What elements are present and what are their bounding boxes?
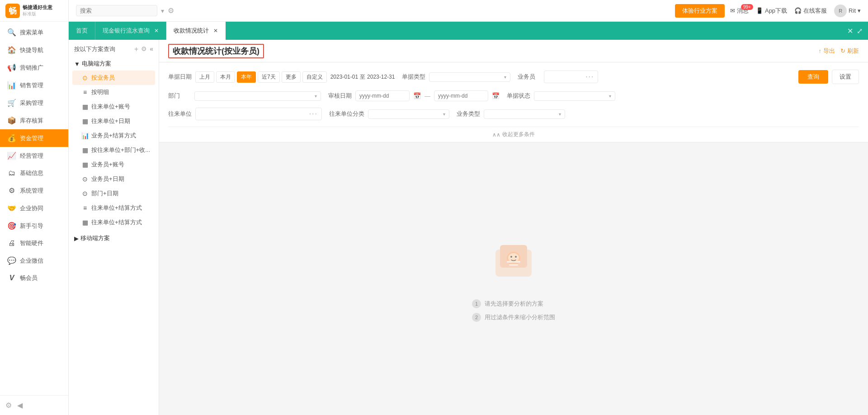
sidebar-item-quick-nav[interactable]: 🏠 快捷导航: [0, 41, 68, 59]
counterpart-select[interactable]: ···: [195, 108, 322, 120]
collapse-more-icon: ∧∧: [492, 132, 500, 138]
date-range: 2023-01-01 至 2023-12-31: [330, 73, 395, 81]
date-btn-custom[interactable]: 自定义: [302, 71, 327, 83]
sidebar-item-search-menu[interactable]: 🔍 搜索菜单: [0, 24, 68, 41]
topbar-chevron-icon[interactable]: ▾: [161, 7, 164, 14]
sidebar: 畅 畅捷通好生意 标准版 🔍 搜索菜单 🏠 快捷导航 📢 营销推广 📊 销售管理…: [0, 0, 69, 415]
review-date-start[interactable]: [355, 90, 410, 101]
filter-salesperson: 业务员 ···: [518, 71, 598, 83]
scheme-partner-date[interactable]: ▦ 往来单位+日期: [72, 114, 155, 128]
salesperson-dots-icon[interactable]: ···: [585, 73, 594, 81]
filter-area: 单据日期 上月 本月 本年 近7天 更多 自定义 2023-01-01 至: [159, 62, 868, 142]
salesperson-account-icon: ▦: [81, 161, 89, 168]
sidebar-item-hardware[interactable]: 🖨 智能硬件: [0, 235, 68, 252]
sales-icon: 📊: [7, 81, 16, 90]
mobile-scheme-group: ▶ 移动端方案: [69, 231, 159, 245]
calendar-start-icon[interactable]: 📅: [413, 92, 421, 99]
sidebar-item-cooperation[interactable]: 🤝 企业协同: [0, 199, 68, 217]
left-panel-collapse-icon[interactable]: «: [150, 45, 153, 53]
desktop-group-toggle[interactable]: ▼ 电脑端方案: [72, 57, 155, 71]
operation-icon: 📈: [7, 151, 16, 160]
filter-row-3: 往来单位 ··· 往来单位分类 ▾ 业务类型: [168, 108, 859, 120]
left-panel: 按以下方案查询 + ⚙ « ▼ 电脑端方案 ⊙ 按业务员 ≡ 按: [69, 40, 159, 415]
trial-btn[interactable]: 体验行业方案: [675, 4, 725, 18]
left-panel-settings-icon[interactable]: ⚙: [141, 45, 147, 53]
counterpart-dots-icon[interactable]: ···: [309, 110, 318, 118]
topbar-msg[interactable]: ✉ 消息 99+: [730, 7, 749, 15]
mobile-group-toggle[interactable]: ▶ 移动端方案: [72, 231, 155, 245]
salesperson-select[interactable]: ···: [544, 71, 598, 83]
query-btn[interactable]: 查询: [798, 70, 828, 84]
sidebar-item-guide[interactable]: 🎯 新手引导: [0, 217, 68, 235]
tab-collection-stat-close[interactable]: ✕: [213, 28, 218, 34]
date-btn-more[interactable]: 更多: [282, 71, 301, 83]
scheme-salesperson-settlement[interactable]: 📊 业务员+结算方式: [72, 128, 155, 143]
topbar-user[interactable]: R Rit ▾: [834, 5, 861, 17]
left-panel-add-icon[interactable]: +: [134, 45, 138, 53]
sidebar-bottom: ⚙ ◀‍: [0, 395, 68, 415]
sidebar-item-basic-info[interactable]: 🗂 基础信息: [0, 165, 68, 182]
topbar-app-download[interactable]: 📱 App下载: [756, 7, 787, 15]
sidebar-item-system[interactable]: ⚙ 系统管理: [0, 182, 68, 199]
topbar-right: ✉ 消息 99+ 📱 App下载 🎧 在线客服 R Rit ▾: [730, 5, 861, 17]
doc-status-select[interactable]: ▾: [534, 91, 615, 101]
dept-select[interactable]: ▾: [194, 91, 321, 101]
export-icon: ↑: [819, 47, 822, 54]
hint-2: 2 用过滤条件来缩小分析范围: [472, 313, 555, 322]
scheme-salesperson-date[interactable]: ⊙ 业务员+日期: [72, 172, 155, 186]
settings-btn[interactable]: 设置: [832, 70, 859, 84]
sidebar-item-member[interactable]: V 畅会员: [0, 269, 68, 287]
filter-biz-type: 业务类型 ▾: [457, 109, 565, 119]
sidebar-item-finance[interactable]: 💰 资金管理: [0, 129, 68, 147]
date-btn-7days[interactable]: 近7天: [258, 71, 280, 83]
date-btn-this-month[interactable]: 本月: [216, 71, 235, 83]
scheme-salesperson-account[interactable]: ▦ 业务员+账号: [72, 157, 155, 172]
scheme-partner-settlement1[interactable]: ≡ 往来单位+结算方式: [72, 201, 155, 215]
sidebar-item-operation[interactable]: 📈 经营管理: [0, 147, 68, 165]
date-sep: —: [425, 93, 430, 99]
date-btn-this-year[interactable]: 本年: [237, 71, 256, 83]
scheme-partner-account[interactable]: ▦ 往来单位+账号: [72, 99, 155, 114]
logo-icon: 畅: [5, 4, 20, 18]
sidebar-item-marketing[interactable]: 📢 营销推广: [0, 59, 68, 76]
doc-type-select[interactable]: ▾: [429, 72, 510, 82]
tab-bank-flow[interactable]: 现金银行流水查询 ✕: [95, 22, 166, 40]
svg-point-7: [515, 256, 517, 258]
tab-bank-flow-close[interactable]: ✕: [154, 28, 159, 34]
desktop-group-arrow: ▼: [74, 61, 80, 67]
left-panel-icons: + ⚙ «: [134, 45, 153, 53]
sidebar-item-purchase[interactable]: 🛒 采购管理: [0, 94, 68, 112]
date-btn-last-month[interactable]: 上月: [195, 71, 214, 83]
scheme-by-salesperson[interactable]: ⊙ 按业务员: [72, 71, 155, 85]
sidebar-item-wechat[interactable]: 💬 企业微信: [0, 252, 68, 269]
user-avatar: R: [834, 5, 847, 17]
marketing-icon: 📢: [7, 63, 16, 72]
search-input[interactable]: [76, 5, 157, 16]
sidebar-item-sales[interactable]: 📊 销售管理: [0, 76, 68, 94]
svg-point-6: [510, 256, 512, 258]
scheme-dept-date[interactable]: ⊙ 部门+日期: [72, 186, 155, 201]
export-btn[interactable]: ↑ 导出: [819, 47, 835, 55]
scheme-partner-settlement2[interactable]: ▦ 往来单位+结算方式: [72, 215, 155, 230]
wechat-icon: 💬: [7, 256, 16, 265]
salesperson-date-icon: ⊙: [81, 175, 89, 183]
sidebar-item-inventory[interactable]: 📦 库存核算: [0, 112, 68, 129]
counterpart-type-select[interactable]: ▾: [368, 109, 449, 119]
biz-type-select[interactable]: ▾: [484, 109, 565, 119]
topbar: ▾ ⚙ 体验行业方案 ✉ 消息 99+ 📱 App下载 🎧 在线客服 R Rit…: [69, 0, 868, 22]
refresh-btn[interactable]: ↻ 刷新: [840, 47, 859, 55]
topbar-gear-icon[interactable]: ⚙: [168, 6, 174, 15]
review-date-end[interactable]: [434, 90, 488, 101]
scheme-partner-dept[interactable]: ▦ 按往来单位+部门+收...: [72, 143, 155, 157]
tab-expand-icon[interactable]: ⤢: [857, 27, 863, 35]
tab-close-all-icon[interactable]: ✕: [847, 27, 853, 35]
collapse-more-btn[interactable]: ∧∧ 收起更多条件: [168, 127, 859, 142]
basic-info-icon: 🗂: [7, 169, 16, 177]
calendar-end-icon[interactable]: 📅: [492, 92, 500, 99]
tab-collection-stat[interactable]: 收款情况统计 ✕: [166, 22, 226, 40]
sidebar-settings-icon[interactable]: ⚙: [5, 401, 12, 410]
tab-home[interactable]: 首页: [69, 22, 95, 40]
sidebar-collapse-icon[interactable]: ◀‍: [17, 401, 23, 410]
topbar-online-service[interactable]: 🎧 在线客服: [794, 7, 827, 15]
scheme-by-detail[interactable]: ≡ 按明细: [72, 85, 155, 99]
